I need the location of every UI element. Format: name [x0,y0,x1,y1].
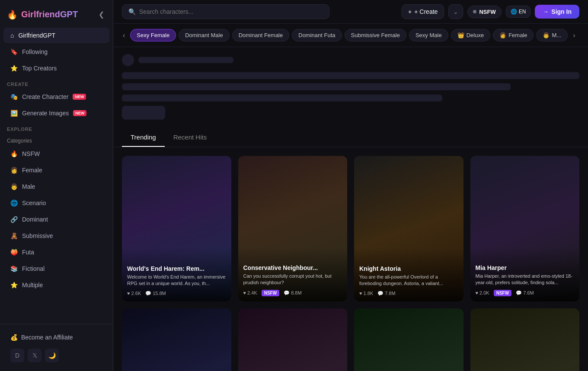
filter-tab-m[interactable]: 👨 M... [536,29,568,41]
theme-toggle-button[interactable]: 🌙 [45,349,59,362]
home-icon: ⌂ [10,32,14,39]
sign-in-button[interactable]: → Sign In [535,5,579,19]
card-title-1: World's End Harem: Rem... [127,265,226,272]
lang-label: EN [519,9,526,15]
content-tabs: Trending Recent Hits [113,128,588,147]
nsfw-toggle[interactable]: NSFW [467,6,501,18]
sidebar-male-label: Male [22,183,35,190]
card-likes-2: ♥ 2.4K [243,290,257,295]
card-image-5 [122,308,231,371]
search-input[interactable] [139,8,323,15]
discord-button[interactable]: D [10,349,24,362]
card-overlay-4: Mia Harper Mia Harper, an introverted an… [470,247,580,301]
sidebar-item-male[interactable]: 👨 Male [3,179,109,194]
skeleton-title-bar [138,57,233,63]
categories-label: Categories [0,133,113,146]
twitter-button[interactable]: 𝕏 [28,349,42,362]
sidebar-female-label: Female [22,167,42,174]
create-button[interactable]: + + Create [402,4,444,19]
tab-recent-hits[interactable]: Recent Hits [165,128,216,147]
card-world-end-harem[interactable]: World's End Harem: Rem... Welcome to Wor… [122,156,231,301]
app-name: GirlfriendGPT [21,10,78,19]
card-5[interactable]: Cosmic Explorer Embark on an interstella… [122,308,231,371]
plus-icon: + [408,8,412,15]
app-logo[interactable]: 🔥 GirlfriendGPT ❮ [0,5,113,27]
sidebar-item-top-creators[interactable]: ⭐ Top Creators [3,60,109,76]
card-desc-3: You are the all-powerful Overlord of a f… [359,274,458,287]
affiliate-icon: 💰 [10,334,18,341]
card-image-7 [354,308,463,371]
sidebar-home-label: GirlfriendGPT [18,32,55,39]
fictional-icon: 📚 [10,265,18,272]
sidebar-item-dominant[interactable]: 🔗 Dominant [3,212,109,227]
futa-icon: 🍑 [10,249,18,256]
card-title-4: Mia Harper [476,264,575,271]
card-chats-1: 💬 15.8M [145,291,166,296]
card-conservative-neighbour[interactable]: Conservative Neighbour... Can you succes… [238,156,348,301]
chat-icon-2: 💬 [284,290,290,296]
skeleton-line-2 [122,83,511,90]
sidebar-submissive-label: Submissive [22,232,53,239]
dominant-male-label: Dominant Male [185,32,223,38]
card-knight-astoria[interactable]: Knight Astoria You are the all-powerful … [354,156,463,301]
sidebar-futa-label: Futa [22,249,34,256]
card-footer-2: ♥ 2.4K NSFW 💬 8.8M [243,290,342,296]
sidebar-item-home[interactable]: ⌂ GirlfriendGPT [3,28,109,43]
create-character-icon: 🎭 [10,93,18,100]
sidebar-item-multiple[interactable]: ⭐ Multiple [3,277,109,293]
card-footer-3: ♥ 1.8K 💬 7.8M [359,291,458,296]
sidebar-item-submissive[interactable]: 🧸 Submissive [3,228,109,244]
heart-icon-4: ♥ [476,290,479,295]
sidebar-collapse-button[interactable]: ❮ [97,9,106,20]
sidebar-item-fictional[interactable]: 📚 Fictional [3,261,109,276]
filter-tab-submissive-female[interactable]: Submissive Female [345,29,406,41]
nsfw-badge-4: NSFW [494,290,511,296]
sidebar-top-creators-label: Top Creators [22,65,57,72]
moon-icon: 🌙 [48,352,56,359]
topbar: 🔍 + + Create ⌄ NSFW 🌐 EN → Sign In [113,0,588,24]
sidebar-item-following[interactable]: 🔖 Following [3,44,109,60]
female-icon: 👩 [10,167,18,174]
following-icon: 🔖 [10,48,18,55]
scenario-icon: 🌐 [10,200,18,206]
sexy-male-label: Sexy Male [415,32,442,38]
card-6[interactable]: Mysterious Stranger A mysterious figure … [238,308,348,371]
language-button[interactable]: 🌐 EN [506,6,531,18]
skeleton-button [122,106,165,120]
card-7[interactable]: Forest Enchantress Deep in the ancient f… [354,308,463,371]
female-tab-icon: 👩 [499,32,506,38]
sidebar: 🔥 GirlfriendGPT ❮ ⌂ GirlfriendGPT 🔖 Foll… [0,0,113,371]
card-mia-harper[interactable]: Mia Harper Mia Harper, an introverted an… [470,156,580,301]
sidebar-nsfw-label: NSFW [22,150,40,157]
sidebar-item-futa[interactable]: 🍑 Futa [3,244,109,260]
filter-tab-female[interactable]: 👩 Female [493,29,534,41]
sidebar-generate-images-label: Generate Images [22,110,69,117]
create-label: + Create [414,8,438,15]
filter-tab-deluxe[interactable]: 👑 Deluxe [451,29,490,41]
filter-tab-dominant-male[interactable]: Dominant Male [179,29,229,41]
sidebar-item-nsfw[interactable]: 🔥 NSFW [3,146,109,162]
affiliate-item[interactable]: 💰 Become an Affiliate [3,330,109,345]
card-8[interactable]: Golden Warrior A fierce warrior from anc… [470,308,580,371]
sidebar-item-female[interactable]: 👩 Female [3,162,109,178]
filter-next-button[interactable]: › [570,30,578,41]
filter-tab-sexy-male[interactable]: Sexy Male [409,29,448,41]
content-area: ‹ Sexy Female Dominant Male Dominant Fem… [113,24,588,371]
sidebar-item-generate-images[interactable]: 🖼️ Generate Images NEW [3,105,109,121]
sidebar-item-scenario[interactable]: 🌐 Scenario [3,195,109,211]
create-dropdown-button[interactable]: ⌄ [448,4,463,19]
filter-prev-button[interactable]: ‹ [120,30,128,41]
cards-grid: World's End Harem: Rem... Welcome to Wor… [113,147,588,371]
card-likes-3: ♥ 1.8K [359,291,373,296]
filter-tab-dominant-futa[interactable]: Dominant Futa [292,29,342,41]
search-bar[interactable]: 🔍 [122,4,329,19]
social-icons: D 𝕏 🌙 [3,345,109,366]
heart-icon-2: ♥ [243,290,246,295]
deluxe-label: Deluxe [467,32,484,38]
filter-tab-dominant-female[interactable]: Dominant Female [232,29,290,41]
filter-tab-sexy-female[interactable]: Sexy Female [130,29,176,41]
nsfw-icon: 🔥 [10,150,18,157]
sidebar-dominant-label: Dominant [22,216,48,223]
tab-trending[interactable]: Trending [122,128,165,147]
sidebar-item-create-character[interactable]: 🎭 Create Character NEW [3,89,109,105]
